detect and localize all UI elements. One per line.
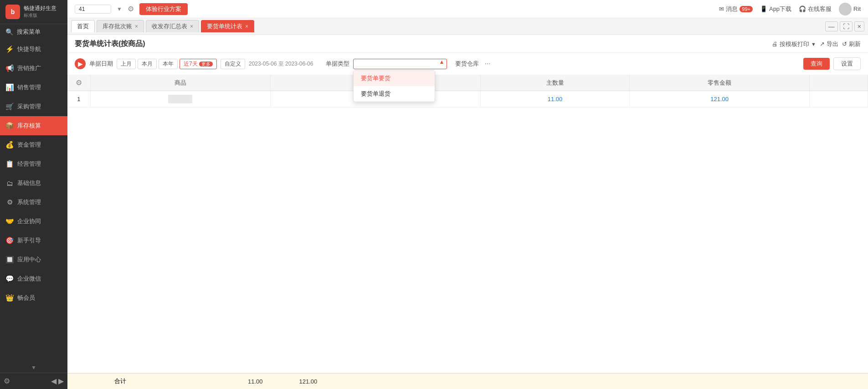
sidebar-item-quick-nav[interactable]: ⚡ 快捷导航 (0, 40, 67, 59)
sidebar-item-guide[interactable]: 🎯 新手引导 (0, 231, 67, 250)
chevron-down-icon-topbar: ▼ (117, 6, 122, 12)
guide-icon: 🎯 (5, 236, 14, 245)
nav-label-sales: 销售管理 (17, 83, 41, 92)
tabbar: 首页 库存批次账 × 收发存汇总表 × 要货单统计表 × — ⛶ × (67, 18, 868, 35)
nav-label-basic: 基础信息 (17, 179, 41, 187)
purchase-icon: 🛒 (5, 102, 14, 111)
tab-fullscreen-btn[interactable]: ⛶ (840, 21, 853, 31)
filter-date-buttons: 上月 本月 本年 近7天 更多 (117, 59, 217, 69)
col-amount: 零售金额 (630, 75, 809, 91)
sidebar-item-system[interactable]: ⚙ 系统管理 (0, 193, 67, 212)
date-btn-custom[interactable]: 自定义 (221, 59, 245, 69)
main-content: ▼ ⚙ 体验行业方案 ✉ 消息 99+ 📱 App下载 🎧 在线客服 Rit (67, 0, 868, 389)
sidebar-item-wechat[interactable]: 💬 企业微信 (0, 269, 67, 288)
logo-version: 标准版 (24, 12, 56, 19)
search-icon: 🔍 (5, 28, 13, 36)
wechat-icon: 💬 (5, 275, 14, 283)
sidebar-item-inventory[interactable]: 📦 库存核算 (0, 116, 67, 135)
headset-icon: 🎧 (799, 5, 806, 12)
amount-link[interactable]: 121.00 (710, 96, 729, 102)
export-icon: ↗ (820, 41, 825, 47)
print-label: 按模板打印 (780, 40, 809, 48)
tab-home[interactable]: 首页 (71, 20, 95, 32)
operation-icon: 📋 (5, 160, 14, 168)
support-btn[interactable]: 🎧 在线客服 (799, 5, 832, 13)
tab-order-stats-close[interactable]: × (245, 23, 248, 30)
breadcrumb-input[interactable] (75, 5, 111, 14)
topbar-left: ▼ ⚙ 体验行业方案 (75, 3, 188, 15)
date-btn-recent7[interactable]: 近7天 更多 (180, 59, 217, 69)
marketing-icon: 📢 (5, 64, 14, 72)
filter-more-btn[interactable]: ··· (484, 60, 490, 68)
sidebar-item-enterprise[interactable]: 🤝 企业协同 (0, 212, 67, 231)
type-filter-input[interactable] (353, 59, 447, 69)
refresh-icon: ↺ (842, 41, 847, 47)
cell-product (90, 91, 270, 107)
trial-industry-btn[interactable]: 体验行业方案 (139, 3, 188, 15)
cell-extra (809, 91, 868, 107)
footer-label: 合计 (75, 377, 166, 385)
sidebar-item-apps[interactable]: 🔲 应用中心 (0, 250, 67, 269)
tab-collect-send-close[interactable]: × (190, 23, 193, 30)
page-content: 要货单统计表(按商品) 🖨 按模板打印 ▼ ↗ 导出 ↺ 刷新 (67, 35, 868, 389)
footer-amount: 121.00 (299, 378, 318, 385)
filter-expand-btn[interactable]: ▶ (75, 58, 86, 69)
sidebar-nav: ⚡ 快捷导航 📢 营销推广 📊 销售管理 🛒 采购管理 📦 库存核算 💰 资金管… (0, 40, 67, 363)
nav-label-enterprise: 企业协同 (17, 217, 41, 225)
dropdown-item-requisition-return[interactable]: 要货单退货 (354, 86, 435, 102)
messages-label: 消息 (726, 5, 738, 13)
tab-close-btn[interactable]: × (854, 21, 864, 31)
date-btn-current[interactable]: 本月 (138, 59, 157, 69)
export-btn[interactable]: ↗ 导出 (820, 40, 838, 48)
nav-label-finance: 资金管理 (17, 141, 41, 149)
dropdown-item-requisition-order[interactable]: 要货单要货 (354, 71, 435, 86)
settings-icon-topbar[interactable]: ⚙ (128, 5, 134, 13)
sidebar-scroll-down[interactable]: ▼ (0, 363, 67, 373)
sidebar-search[interactable]: 🔍 搜索菜单 (0, 24, 67, 40)
quick-nav-icon: ⚡ (5, 45, 14, 53)
type-filter-arrow[interactable]: ▲ (439, 59, 445, 65)
app-download-label: App下载 (769, 5, 791, 13)
type-filter-wrapper: ▲ 要货单要货 要货单退货 (353, 59, 447, 69)
apps-icon: 🔲 (5, 256, 14, 264)
messages-btn[interactable]: ✉ 消息 99+ (719, 5, 753, 13)
page-header: 要货单统计表(按商品) 🖨 按模板打印 ▼ ↗ 导出 ↺ 刷新 (67, 35, 868, 53)
settings-btn[interactable]: 设置 (833, 57, 861, 70)
tab-collect-send[interactable]: 收发存汇总表 × (146, 20, 199, 32)
date-range-display: 2023-05-06 至 2023-06-06 (249, 60, 313, 68)
sidebar-logo: b 畅捷通好生意 标准版 (0, 0, 67, 24)
print-icon: 🖨 (772, 41, 778, 47)
nav-label-quick-nav: 快捷导航 (17, 45, 41, 53)
refresh-btn[interactable]: ↺ 刷新 (842, 40, 861, 48)
date-btn-previous[interactable]: 上月 (117, 59, 136, 69)
settings-bottom-icon[interactable]: ⚙ (4, 377, 10, 385)
tab-order-stats[interactable]: 要货单统计表 × (201, 20, 254, 32)
tab-inventory-batch-close[interactable]: × (135, 23, 138, 30)
collapse-icon[interactable]: ◀ ▶ (51, 377, 64, 385)
sidebar-item-purchase[interactable]: 🛒 采购管理 (0, 97, 67, 116)
quantity-link[interactable]: 11.00 (548, 96, 563, 102)
logo-text: 畅捷通好生意 (24, 5, 56, 12)
table-footer: 合计 11.00 121.00 (67, 373, 868, 389)
basic-icon: 🗂 (5, 179, 14, 187)
sidebar-item-operation[interactable]: 📋 经营管理 (0, 154, 67, 174)
column-settings-icon[interactable]: ⚙ (76, 79, 82, 87)
data-table-container: ⚙ 商品 主计量单位 主数量 零售金额 1 (67, 75, 868, 373)
message-icon: ✉ (719, 5, 724, 12)
table-row: 1 块 11.00 121.00 (67, 91, 868, 107)
tab-inventory-batch[interactable]: 库存批次账 × (97, 20, 144, 32)
tab-order-stats-label: 要货单统计表 (207, 22, 242, 31)
sidebar-item-basic[interactable]: 🗂 基础信息 (0, 174, 67, 193)
user-avatar-area[interactable]: Rit (839, 3, 861, 15)
sidebar-item-sales[interactable]: 📊 销售管理 (0, 78, 67, 97)
tab-minimize-btn[interactable]: — (825, 21, 838, 31)
app-download-btn[interactable]: 📱 App下载 (760, 5, 791, 13)
expand-arrow-icon: ▶ (78, 60, 83, 67)
data-table: ⚙ 商品 主计量单位 主数量 零售金额 1 (67, 75, 868, 107)
sidebar-item-member[interactable]: 👑 畅会员 (0, 288, 67, 307)
query-btn[interactable]: 查询 (803, 58, 830, 70)
date-btn-year[interactable]: 本年 (159, 59, 178, 69)
sidebar-item-marketing[interactable]: 📢 营销推广 (0, 59, 67, 78)
sidebar-item-finance[interactable]: 💰 资金管理 (0, 135, 67, 154)
print-btn[interactable]: 🖨 按模板打印 ▼ (772, 40, 816, 48)
